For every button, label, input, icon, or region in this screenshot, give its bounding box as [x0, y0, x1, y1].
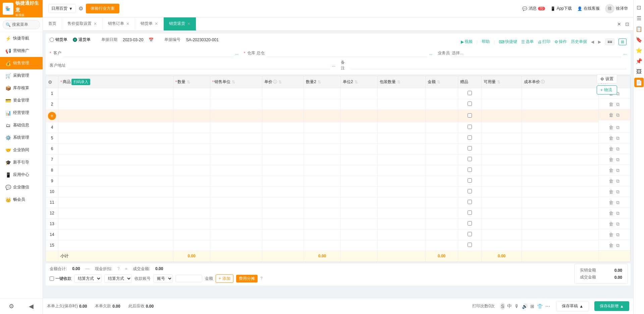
gift-checkbox-5[interactable] [468, 135, 472, 140]
gift-checkbox-8[interactable] [468, 168, 472, 172]
col-settings-icon[interactable]: ⚙ [48, 79, 52, 85]
cell-qty2-15[interactable] [304, 240, 340, 251]
account-select[interactable]: 账号 [153, 274, 173, 282]
cell-available-12[interactable] [482, 208, 522, 218]
taskbar-input-icon[interactable]: 中 [506, 303, 513, 310]
cell-unit2-1[interactable] [340, 88, 377, 99]
cell-qty2-7[interactable] [304, 154, 340, 165]
sidebar-item-operation[interactable]: 📊 经营管理 [0, 107, 43, 119]
cell-amount-7[interactable] [425, 154, 458, 165]
cell-available-2[interactable] [482, 99, 522, 110]
delete-row-12[interactable]: 🗑 [608, 210, 614, 216]
cell-available-15[interactable] [482, 240, 522, 251]
cell-product-15[interactable] [58, 240, 173, 251]
sidebar-item-purchase[interactable]: 🛒 采购管理 [0, 69, 43, 82]
cell-amount-3[interactable] [425, 110, 458, 122]
app-download-button[interactable]: 📱 App下载 [550, 6, 572, 11]
cell-qty2-14[interactable] [304, 229, 340, 240]
save-draft-dropdown-icon[interactable]: ▲ [579, 304, 583, 309]
delete-row-7[interactable]: 🗑 [608, 156, 614, 163]
cell-product-1[interactable] [58, 88, 173, 99]
scan-input-button[interactable]: 扫码录入 [71, 79, 90, 85]
cell-available-11[interactable] [482, 197, 522, 208]
cell-price-7[interactable] [262, 154, 304, 165]
right-sidebar-btn-3[interactable]: 📋 [634, 24, 644, 34]
toolbar-help[interactable]: 帮助 [482, 39, 490, 45]
cell-available-13[interactable] [482, 218, 522, 229]
toolbar-video[interactable]: ▶ 视频 [461, 39, 473, 45]
copy-row-15[interactable]: ⧉ [615, 242, 620, 248]
copy-row-4[interactable]: ⧉ [615, 124, 620, 130]
cell-unit2-11[interactable] [340, 197, 377, 208]
cell-cost-6[interactable] [522, 143, 599, 154]
cell-qty2-6[interactable] [304, 143, 340, 154]
cell-available-4[interactable] [482, 122, 522, 133]
copy-row-3[interactable]: ⧉ [615, 112, 620, 118]
cell-available-14[interactable] [482, 229, 522, 240]
radio-delivery[interactable]: 销货单 [50, 37, 67, 43]
cell-cost-10[interactable] [522, 186, 599, 197]
cell-amount-6[interactable] [425, 143, 458, 154]
cell-price-9[interactable] [262, 176, 304, 186]
cell-unit-5[interactable] [210, 133, 262, 143]
cell-amount-4[interactable] [425, 122, 458, 133]
gift-checkbox-10[interactable] [468, 189, 472, 193]
gift-checkbox-13[interactable] [468, 221, 472, 226]
cell-gift-11[interactable] [458, 197, 481, 208]
save-new-dropdown-icon[interactable]: ▲ [620, 304, 624, 309]
cell-price-4[interactable] [262, 122, 304, 133]
cell-gift-15[interactable] [458, 240, 481, 251]
copy-row-7[interactable]: ⧉ [615, 156, 620, 163]
cell-price-8[interactable] [262, 165, 304, 176]
cell-unit-1[interactable] [210, 88, 262, 99]
cell-amount-14[interactable] [425, 229, 458, 240]
cell-pkg-10[interactable] [377, 186, 425, 197]
cell-amount-9[interactable] [425, 176, 458, 186]
sidebar-collapse-button[interactable]: ◀ [23, 301, 40, 311]
copy-row-6[interactable]: ⧉ [615, 145, 620, 152]
sidebar-item-finance[interactable]: 💳 资金管理 [0, 94, 43, 107]
cell-available-1[interactable] [482, 88, 522, 99]
cell-unit2-5[interactable] [340, 133, 377, 143]
cell-unit-15[interactable] [210, 240, 262, 251]
sidebar-item-member[interactable]: 👑 畅会员 [0, 193, 43, 206]
cell-qty2-13[interactable] [304, 218, 340, 229]
save-new-button[interactable]: 保存&新增 ▲ [594, 301, 629, 311]
cell-qty2-12[interactable] [304, 208, 340, 218]
cell-amount-12[interactable] [425, 208, 458, 218]
cell-amount-5[interactable] [425, 133, 458, 143]
payment-amount-input[interactable] [175, 275, 202, 282]
copy-row-12[interactable]: ⧉ [615, 210, 620, 216]
tab-close-sales-return[interactable]: ✕ [187, 21, 191, 26]
cell-cost-4[interactable] [522, 122, 599, 133]
cell-available-3[interactable] [482, 110, 522, 122]
cell-amount-8[interactable] [425, 165, 458, 176]
cell-pkg-15[interactable] [377, 240, 425, 251]
cell-cost-2[interactable] [522, 99, 599, 110]
copy-row-11[interactable]: ⧉ [615, 199, 620, 205]
cell-gift-8[interactable] [458, 165, 481, 176]
cell-cost-3[interactable] [522, 110, 599, 122]
delete-row-8[interactable]: 🗑 [608, 167, 614, 173]
sidebar-gear-button[interactable]: ⚙ [3, 301, 20, 311]
cell-price-12[interactable] [262, 208, 304, 218]
cell-pkg-1[interactable] [377, 88, 425, 99]
taskbar-voice-icon[interactable]: 🔊 [521, 303, 528, 310]
sidebar-item-basic[interactable]: 🗂 基础信息 [0, 119, 43, 131]
taskbar-more-icon[interactable]: ⋯ [545, 303, 551, 310]
cell-price-1[interactable] [262, 88, 304, 99]
cell-qty-11[interactable] [173, 197, 210, 208]
cell-qty-3[interactable] [173, 110, 210, 122]
cell-price-13[interactable] [262, 218, 304, 229]
cell-price-2[interactable] [262, 99, 304, 110]
radio-return-input[interactable] [73, 38, 77, 42]
search-menu-button[interactable]: 🔍 搜索菜单 [3, 20, 40, 29]
cell-amount-1[interactable] [425, 88, 458, 99]
cell-qty-10[interactable] [173, 186, 210, 197]
cell-cost-9[interactable] [522, 176, 599, 186]
cell-pkg-4[interactable] [377, 122, 425, 133]
cell-amount-10[interactable] [425, 186, 458, 197]
cell-unit-11[interactable] [210, 197, 262, 208]
add-payment-button[interactable]: + 添加 [216, 274, 233, 283]
radio-return[interactable]: 退货单 [73, 37, 91, 43]
